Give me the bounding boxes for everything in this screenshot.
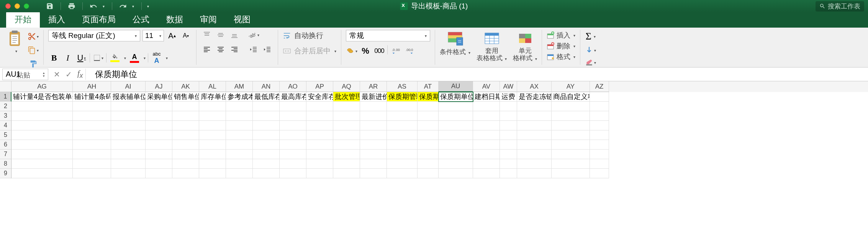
column-header-AX[interactable]: AX <box>517 81 552 92</box>
cell-AI8[interactable] <box>111 159 146 169</box>
maximize-window-button[interactable] <box>24 3 29 9</box>
increase-font-button[interactable]: A▴ <box>166 30 178 41</box>
cell-AR8[interactable] <box>360 159 387 169</box>
cell-AY3[interactable] <box>552 111 590 121</box>
cell-AW5[interactable] <box>500 130 517 140</box>
merge-center-button[interactable]: 合并后居中 ▾ <box>283 46 336 56</box>
cell-AY6[interactable] <box>552 140 590 150</box>
cut-button[interactable]: ▾ <box>28 31 39 41</box>
tab-insert[interactable]: 插入 <box>40 12 74 28</box>
cell-AW3[interactable] <box>500 111 517 121</box>
cell-AT8[interactable] <box>418 159 439 169</box>
cell-AR9[interactable] <box>360 169 387 178</box>
cell-AL9[interactable] <box>199 169 226 178</box>
cell-AU4[interactable] <box>439 121 473 130</box>
cell-AI9[interactable] <box>111 169 146 178</box>
cell-AX5[interactable] <box>517 130 552 140</box>
cell-AT3[interactable] <box>418 111 439 121</box>
row-header-3[interactable]: 3 <box>0 111 11 121</box>
cell-AI1[interactable]: 报表辅单位 <box>111 92 146 102</box>
cell-AO5[interactable] <box>280 130 306 140</box>
column-header-AY[interactable]: AY <box>552 81 590 92</box>
cell-AG9[interactable] <box>11 169 73 178</box>
tab-page-layout[interactable]: 页面布局 <box>74 12 124 28</box>
cell-AG1[interactable]: 辅计量4是否包装单位 <box>11 92 73 102</box>
cell-AL8[interactable] <box>199 159 226 169</box>
cell-AK2[interactable] <box>172 102 199 111</box>
cell-AP4[interactable] <box>306 121 333 130</box>
align-top-button[interactable] <box>201 30 213 40</box>
column-header-AR[interactable]: AR <box>360 81 387 92</box>
cell-AU1[interactable]: 保质期单位 <box>439 92 473 102</box>
cell-AW7[interactable] <box>500 150 517 159</box>
cell-AY9[interactable] <box>552 169 590 178</box>
cell-AT1[interactable]: 保质期 <box>418 92 439 102</box>
increase-indent-button[interactable] <box>262 44 273 54</box>
cell-AM8[interactable] <box>226 159 253 169</box>
cell-AQ6[interactable] <box>333 140 360 150</box>
cell-AW6[interactable] <box>500 140 517 150</box>
cell-AL7[interactable] <box>199 150 226 159</box>
cell-AT7[interactable] <box>418 150 439 159</box>
column-header-AQ[interactable]: AQ <box>333 81 360 92</box>
cell-AN8[interactable] <box>253 159 280 169</box>
cell-AP1[interactable]: 安全库存 <box>306 92 333 102</box>
cell-AQ1[interactable]: 批次管理 <box>333 92 360 102</box>
column-header-AU[interactable]: AU <box>439 81 473 92</box>
cell-AK7[interactable] <box>172 150 199 159</box>
cell-AL3[interactable] <box>199 111 226 121</box>
column-header-AP[interactable]: AP <box>306 81 333 92</box>
cell-AP8[interactable] <box>306 159 333 169</box>
wrap-text-button[interactable]: 自动换行 <box>283 31 336 41</box>
cell-AH1[interactable]: 辅计量4条码 <box>73 92 111 102</box>
align-bottom-button[interactable] <box>229 30 240 40</box>
cell-AQ3[interactable] <box>333 111 360 121</box>
column-header-AS[interactable]: AS <box>387 81 418 92</box>
cell-AY2[interactable] <box>552 102 590 111</box>
cell-AZ8[interactable] <box>590 159 609 169</box>
cell-AQ8[interactable] <box>333 159 360 169</box>
cell-AG6[interactable] <box>11 140 73 150</box>
cell-AS4[interactable] <box>387 121 418 130</box>
cell-AM7[interactable] <box>226 150 253 159</box>
delete-cells-button[interactable]: 删除▾ <box>547 41 575 51</box>
currency-button[interactable]: ▾ <box>346 45 357 57</box>
cell-AU5[interactable] <box>439 130 473 140</box>
cell-AS2[interactable] <box>387 102 418 111</box>
cell-AX8[interactable] <box>517 159 552 169</box>
cell-AI4[interactable] <box>111 121 146 130</box>
row-header-2[interactable]: 2 <box>0 102 11 111</box>
cell-AO2[interactable] <box>280 102 306 111</box>
save-icon[interactable] <box>44 2 55 11</box>
font-color-button[interactable]: A <box>128 53 141 63</box>
increase-decimal-button[interactable]: .0.00 <box>390 45 401 57</box>
column-header-AT[interactable]: AT <box>418 81 439 92</box>
cell-AJ1[interactable]: 采购单位 <box>146 92 172 102</box>
cell-AQ2[interactable] <box>333 102 360 111</box>
cell-AM4[interactable] <box>226 121 253 130</box>
column-header-AM[interactable]: AM <box>226 81 253 92</box>
column-header-AZ[interactable]: AZ <box>590 81 609 92</box>
cell-AU8[interactable] <box>439 159 473 169</box>
cell-AX3[interactable] <box>517 111 552 121</box>
row-header-7[interactable]: 7 <box>0 150 11 159</box>
cell-AP2[interactable] <box>306 102 333 111</box>
cell-AP6[interactable] <box>306 140 333 150</box>
cell-AJ7[interactable] <box>146 150 172 159</box>
cell-AV4[interactable] <box>473 121 500 130</box>
cell-AI3[interactable] <box>111 111 146 121</box>
cell-AU6[interactable] <box>439 140 473 150</box>
cell-AM9[interactable] <box>226 169 253 178</box>
cell-AK9[interactable] <box>172 169 199 178</box>
cell-AV7[interactable] <box>473 150 500 159</box>
cell-AK4[interactable] <box>172 121 199 130</box>
cell-AZ3[interactable] <box>590 111 609 121</box>
cell-AS6[interactable] <box>387 140 418 150</box>
format-as-table-button[interactable]: 套用 表格格式 ▾ <box>477 31 507 62</box>
cell-AZ1[interactable] <box>590 92 609 102</box>
formula-input[interactable] <box>91 69 868 80</box>
cell-AQ5[interactable] <box>333 130 360 140</box>
clear-button[interactable]: ▾ <box>585 58 596 67</box>
cell-AW2[interactable] <box>500 102 517 111</box>
cell-AG8[interactable] <box>11 159 73 169</box>
